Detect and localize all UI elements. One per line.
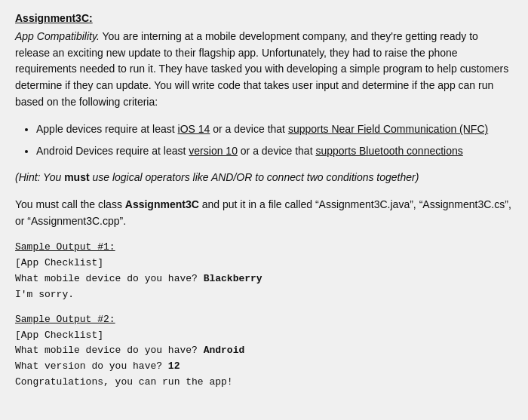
class-text-start: You must call the class: [15, 198, 125, 210]
sample2-bold-device: Android: [204, 345, 245, 356]
hint-bold: must: [64, 171, 89, 183]
sample2-line2: What mobile device do you have? Android: [15, 345, 244, 356]
android-text-start: Android Devices require at least: [36, 145, 189, 157]
sample1-bold-word: Blackberry: [204, 273, 262, 284]
hint-end: use logical operators like AND/OR to con…: [90, 171, 419, 183]
apple-text-mid: or a device that: [210, 123, 288, 135]
class-bold: Assignment3C: [125, 198, 199, 210]
sample2-code: [App Checklist] What mobile device do yo…: [15, 328, 513, 391]
sample1-title: Sample Output #1:: [15, 241, 513, 253]
intro-italic: App Compatibility.: [15, 30, 100, 42]
android-version-underline: version 10: [189, 145, 238, 157]
sample1-code: [App Checklist] What mobile device do yo…: [15, 256, 513, 302]
apple-text-start: Apple devices require at least: [36, 123, 178, 135]
hint-paragraph: (Hint: You must use logical operators li…: [15, 170, 513, 186]
sample2-line1: [App Checklist]: [15, 330, 103, 341]
assignment-title: Assignment3C:: [15, 12, 513, 24]
android-bt-underline: supports Bluetooth connections: [315, 145, 462, 157]
sample2-title: Sample Output #2:: [15, 314, 513, 325]
bullet-apple: Apple devices require at least iOS 14 or…: [36, 121, 513, 137]
sample-output-1: Sample Output #1: [App Checklist] What m…: [15, 241, 513, 302]
sample1-line2: What mobile device do you have? Blackber…: [15, 273, 262, 284]
hint-start: (Hint: You: [15, 171, 64, 183]
sample2-line4: Congratulations, you can run the app!: [15, 376, 233, 388]
assignment-container: Assignment3C: App Compatibility. You are…: [15, 12, 513, 391]
intro-paragraph: App Compatibility. You are interning at …: [15, 29, 513, 110]
bullet-android: Android Devices require at least version…: [36, 143, 513, 159]
class-paragraph: You must call the class Assignment3C and…: [15, 197, 513, 229]
sample1-line1: [App Checklist]: [15, 257, 103, 268]
sample-output-2: Sample Output #2: [App Checklist] What m…: [15, 314, 513, 391]
apple-ios-underline: iOS 14: [178, 123, 210, 135]
sample1-line3: I'm sorry.: [15, 289, 74, 300]
android-text-mid: or a device that: [238, 145, 316, 157]
sample2-line3: What version do you have? 12: [15, 360, 180, 372]
sample2-bold-version: 12: [168, 360, 180, 372]
criteria-list: Apple devices require at least iOS 14 or…: [36, 121, 513, 159]
apple-nfc-underline: supports Near Field Communication (NFC): [288, 123, 488, 135]
